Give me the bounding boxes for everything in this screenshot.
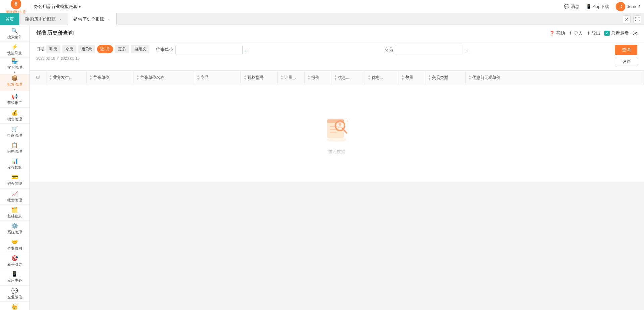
sidebar-label-sales-mgmt: 销售管理 [7, 117, 22, 121]
sidebar-item-guide[interactable]: 🎯 新手引导 [0, 253, 29, 269]
partner-input[interactable] [175, 45, 243, 54]
sidebar-label-basic: 基础信息 [7, 214, 22, 218]
col-date-label: 业务发生... [53, 75, 72, 81]
tab-purchase-close[interactable]: × [58, 17, 62, 22]
product-picker-btn[interactable]: ... [464, 47, 468, 52]
col-unit-label: 计量... [284, 75, 296, 81]
tab-home[interactable]: 首页 [0, 13, 20, 25]
table-header: ⚙ ▲▼ 业务发生... ▲▼ 往来单位 ▲▼ 往来单位名称 ▲▼ 商品 [30, 71, 644, 84]
page-title: 销售历史价查询 [36, 30, 74, 37]
import-btn[interactable]: ⬇ 导入 [569, 30, 583, 36]
search-icon: 🔍 [11, 28, 18, 34]
member-icon: 👑 [11, 304, 18, 310]
col-product-label: 商品 [201, 75, 209, 81]
settings-button[interactable]: 设置 [615, 57, 637, 66]
logo-text: 畅捷通好生意 [6, 10, 26, 14]
col-date-sort: ▲▼ [49, 74, 52, 81]
col-product-sort: ▲▼ [197, 74, 200, 81]
sidebar-item-appstore[interactable]: 📱 应用中心 [0, 269, 29, 285]
main-layout: 🔍 搜索菜单 ⚡ 快捷导航 🏪 零售管理 ▼ 📦 批发管理 ▲ 📢 营销推广 💰… [0, 25, 644, 310]
user-menu[interactable]: D demo2 [616, 2, 640, 11]
tab-bar-actions: ✕ ⛶ [623, 15, 644, 23]
sidebar-item-wholesale[interactable]: 📦 批发管理 ▲ [0, 74, 29, 91]
top-bar-right: 💬 消息 📱 App下载 D demo2 [564, 2, 640, 11]
date-btn-1month[interactable]: 近1月 [97, 45, 113, 53]
tab-sales-label: 销售历史价跟踪 [73, 16, 104, 22]
last-only-checkbox[interactable]: ✓ [604, 31, 610, 36]
tab-purchase-history[interactable]: 采购历史价跟踪 × [20, 13, 68, 25]
col-header-date[interactable]: ▲▼ 业务发生... [46, 71, 87, 84]
empty-illustration [320, 111, 354, 145]
sidebar-label-appstore: 应用中心 [7, 278, 22, 283]
col-header-product[interactable]: ▲▼ 商品 [194, 71, 241, 84]
sidebar-item-sales-mgmt[interactable]: 💰 销售管理 [0, 108, 29, 124]
sidebar-item-enterprise[interactable]: 🤝 企业协同 [0, 237, 29, 253]
sidebar-item-quicknav[interactable]: ⚡ 快捷导航 [0, 42, 29, 58]
col-header-discount2[interactable]: ▲▼ 优惠... [365, 71, 398, 84]
col-quote-label: 报价 [311, 75, 319, 81]
tab-sales-history[interactable]: 销售历史价跟踪 × [68, 13, 116, 25]
col-header-unit[interactable]: ▲▼ 计量... [278, 71, 305, 84]
col-header-spec[interactable]: ▲▼ 规格型号 [241, 71, 278, 84]
company-selector[interactable]: 办公用品行业模拟账套 ▾ [31, 4, 84, 10]
sidebar-item-finance[interactable]: 💳 资金管理 [0, 172, 29, 188]
col-header-settings[interactable]: ⚙ [30, 71, 46, 84]
col-partner-name-label: 往来单位名称 [140, 75, 164, 81]
import-icon: ⬇ [569, 31, 573, 36]
svg-point-9 [339, 123, 341, 126]
col-header-partner-code[interactable]: ▲▼ 往来单位 [87, 71, 133, 84]
col-partner-code-sort: ▲▼ [89, 74, 92, 81]
empty-text: 暂无数据 [328, 149, 345, 155]
sidebar-label-retail: 零售管理 [7, 65, 22, 70]
col-discount2-label: 优惠... [372, 75, 383, 81]
col-header-trade-type[interactable]: ▲▼ 交易类型 [425, 71, 466, 84]
sidebar-label-purchase: 采购管理 [7, 149, 22, 154]
date-btn-more[interactable]: 更多 [115, 45, 129, 53]
tab-home-label: 首页 [5, 16, 14, 22]
tab-sales-close[interactable]: × [107, 17, 111, 22]
appstore-icon: 📱 [11, 271, 18, 277]
partner-picker-btn[interactable]: ... [245, 47, 249, 52]
quicknav-icon: ⚡ [11, 44, 18, 50]
table-settings-icon[interactable]: ⚙ [36, 74, 40, 81]
col-notax-sort: ▲▼ [468, 74, 471, 81]
sidebar-item-marketing[interactable]: 📢 营销推广 [0, 91, 29, 107]
tab-fullscreen-btn[interactable]: ⛶ [633, 15, 641, 23]
marketing-icon: 📢 [11, 93, 18, 100]
tab-purchase-label: 采购历史价跟踪 [25, 16, 56, 22]
sidebar-item-system[interactable]: ⚙️ 系统管理 [0, 221, 29, 237]
col-partner-name-sort: ▲▼ [136, 74, 139, 81]
partner-filter-group: 往来单位 ... [156, 45, 377, 54]
date-btn-custom[interactable]: 自定义 [131, 45, 149, 53]
help-btn[interactable]: ❓ 帮助 [549, 30, 565, 36]
sidebar-item-inventory[interactable]: 📊 库存核算 [0, 156, 29, 172]
sidebar-item-operation[interactable]: 📈 经营管理 [0, 189, 29, 205]
sidebar-item-search[interactable]: 🔍 搜索菜单 [0, 25, 29, 42]
sidebar-item-ecommerce[interactable]: 🛒 电商管理 [0, 124, 29, 140]
system-icon: ⚙️ [11, 223, 18, 229]
sidebar-item-retail[interactable]: 🏪 零售管理 ▼ [0, 58, 29, 74]
col-trade-type-label: 交易类型 [432, 75, 448, 81]
col-header-quote[interactable]: ▲▼ 报价 [305, 71, 331, 84]
product-input[interactable] [395, 45, 462, 54]
app-download-btn[interactable]: 📱 App下载 [586, 4, 609, 10]
query-button[interactable]: 查询 [615, 45, 637, 55]
export-btn[interactable]: ⬆ 导出 [587, 30, 600, 36]
sidebar-label-ecommerce: 电商管理 [7, 133, 22, 138]
product-label: 商品 [384, 47, 393, 53]
message-btn[interactable]: 💬 消息 [564, 4, 579, 10]
date-btn-today[interactable]: 今天 [62, 45, 76, 53]
date-filter-group: 日期 昨天 今天 近7天 近1月 更多 自定义 2023-02-18 至 202… [36, 45, 149, 61]
tab-close-all-btn[interactable]: ✕ [623, 15, 631, 23]
sidebar-item-wechat[interactable]: 💬 企业微信 [0, 286, 29, 302]
sidebar-item-purchase[interactable]: 📋 采购管理 [0, 140, 29, 156]
sidebar-item-member[interactable]: 👑 畅会员 [0, 302, 29, 310]
col-header-notax-price[interactable]: ▲▼ 优惠前无税单价 [466, 71, 644, 84]
date-btn-7days[interactable]: 近7天 [78, 45, 95, 53]
col-spec-sort: ▲▼ [244, 74, 247, 81]
col-header-partner-name[interactable]: ▲▼ 往来单位名称 [133, 71, 194, 84]
date-btn-yesterday[interactable]: 昨天 [46, 45, 60, 53]
sidebar-item-basic[interactable]: 🗂️ 基础信息 [0, 205, 29, 221]
col-header-qty[interactable]: ▲▼ 数量 [398, 71, 425, 84]
col-header-discount1[interactable]: ▲▼ 优惠... [331, 71, 365, 84]
